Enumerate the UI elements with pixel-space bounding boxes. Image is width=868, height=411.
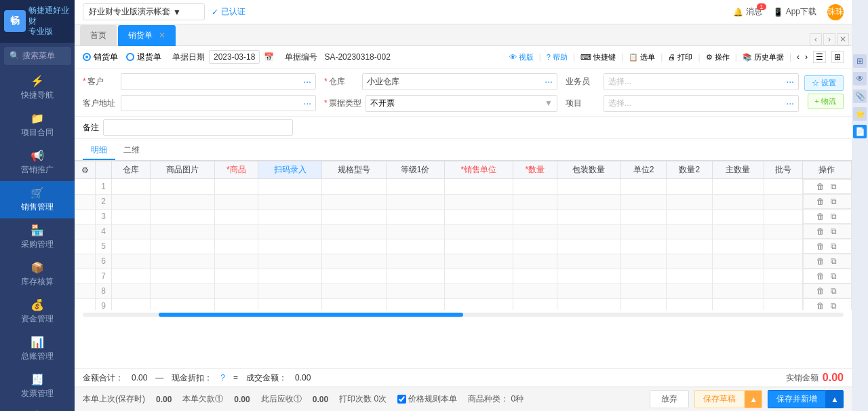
order-type-group: 销货单 退货单 bbox=[83, 52, 161, 63]
row-delete-btn[interactable]: 🗑 bbox=[815, 196, 826, 207]
calendar-icon[interactable]: 📅 bbox=[264, 52, 274, 62]
notifications-btn[interactable]: 🔔 消息 1 bbox=[733, 6, 762, 18]
right-panel-icon-4[interactable]: ⭐ bbox=[853, 107, 867, 121]
radio-return[interactable]: 退货单 bbox=[126, 52, 161, 63]
print-btn[interactable]: 🖨 打印 bbox=[668, 52, 692, 62]
row-delete-btn[interactable]: 🗑 bbox=[815, 241, 826, 252]
tab-mingxi[interactable]: 明细 bbox=[83, 142, 115, 160]
sidebar-item-sales[interactable]: 🛒 销售管理 bbox=[0, 181, 75, 218]
tab-home[interactable]: 首页 bbox=[80, 25, 117, 45]
right-panel-icon-5[interactable]: 📄 bbox=[853, 125, 867, 138]
list-view-btn[interactable]: ⊞ bbox=[831, 51, 844, 63]
row-copy-btn[interactable]: ⧉ bbox=[829, 226, 840, 237]
customer-input[interactable]: ··· bbox=[121, 73, 316, 90]
price-check-box[interactable] bbox=[397, 395, 406, 404]
salesperson-dots-icon[interactable]: ··· bbox=[786, 76, 794, 87]
sidebar-item-tax[interactable]: 🏛 税务管理 bbox=[0, 405, 75, 411]
row-delete-btn[interactable]: 🗑 bbox=[815, 286, 826, 296]
prev-record-btn[interactable]: ‹ bbox=[797, 52, 800, 62]
project-dots-icon[interactable]: ··· bbox=[786, 98, 794, 109]
tab-close-all-btn[interactable]: ✕ bbox=[837, 33, 849, 45]
invoice-select[interactable]: 不开票 ▼ bbox=[366, 95, 557, 112]
row-delete-btn[interactable]: 🗑 bbox=[815, 256, 826, 267]
table-area: 明细 二维 ⚙ 仓库 商品图片 *商品 扫码录 bbox=[75, 139, 852, 368]
row-copy-btn[interactable]: ⧉ bbox=[829, 256, 840, 267]
date-value[interactable]: 2023-03-18 bbox=[209, 50, 260, 64]
save-draft-btn[interactable]: 保存草稿 bbox=[694, 390, 745, 408]
sidebar-item-inventory[interactable]: 📦 库存核算 bbox=[0, 256, 75, 293]
row-copy-btn[interactable]: ⧉ bbox=[829, 196, 840, 207]
view-btn[interactable]: 👁 视版 bbox=[509, 52, 534, 62]
sidebar-item-general[interactable]: 📊 总账管理 bbox=[0, 330, 75, 368]
user-avatar[interactable]: 珠珠 bbox=[827, 4, 844, 20]
sidebar-item-invoices[interactable]: 🧾 发票管理 bbox=[0, 368, 75, 405]
save-new-btn[interactable]: 保存并新增 bbox=[768, 390, 826, 408]
customer-dots-icon[interactable]: ··· bbox=[303, 76, 311, 87]
row-delete-btn[interactable]: 🗑 bbox=[815, 271, 826, 281]
address-input[interactable]: ··· bbox=[121, 95, 316, 111]
right-panel-icon-1[interactable]: ⊞ bbox=[853, 54, 867, 68]
table-row: 7 🗑 ⧉ bbox=[75, 269, 852, 283]
col-goods[interactable]: *商品 bbox=[214, 161, 258, 179]
company-selector[interactable]: 好业财专业版演示帐套 ▼ bbox=[83, 3, 205, 20]
row-copy-btn[interactable]: ⧉ bbox=[829, 300, 840, 310]
certified-badge: ✓ 已认证 bbox=[212, 6, 245, 18]
table-row: 9 🗑 ⧉ bbox=[75, 298, 852, 310]
notes-input[interactable] bbox=[103, 119, 293, 136]
row-num: 8 bbox=[96, 283, 112, 298]
warehouse-dots-icon[interactable]: ··· bbox=[545, 76, 553, 87]
tab-erwei[interactable]: 二维 bbox=[115, 142, 148, 160]
sidebar-item-purchase[interactable]: 🏪 采购管理 bbox=[0, 218, 75, 256]
help-btn[interactable]: ? 帮助 bbox=[547, 52, 568, 62]
warehouse-input[interactable]: 小业仓库 ··· bbox=[362, 73, 557, 90]
table-row: 5 🗑 ⧉ bbox=[75, 239, 852, 254]
right-panel-icon-2[interactable]: 👁 bbox=[853, 72, 867, 85]
sidebar-item-funds[interactable]: 💰 资金管理 bbox=[0, 293, 75, 330]
tab-sales-order[interactable]: 销货单 ✕ bbox=[118, 25, 176, 46]
save-new-arrow-btn[interactable]: ▲ bbox=[826, 390, 844, 408]
radio-sales[interactable]: 销货单 bbox=[83, 52, 118, 63]
sidebar-item-quick-nav[interactable]: ⚡ 快捷导航 bbox=[0, 69, 75, 106]
app-download-btn[interactable]: 📱 App下载 bbox=[773, 6, 816, 18]
row-copy-btn[interactable]: ⧉ bbox=[829, 241, 840, 252]
abandon-btn[interactable]: 放弃 bbox=[650, 390, 689, 408]
table-row: 6 🗑 ⧉ bbox=[75, 254, 852, 269]
save-draft-arrow-btn[interactable]: ▲ bbox=[745, 390, 762, 408]
col-warehouse[interactable]: 仓库 bbox=[112, 161, 151, 179]
col-settings[interactable]: ⚙ bbox=[75, 161, 96, 179]
tab-prev-arrow[interactable]: ‹ bbox=[810, 33, 822, 45]
settings-btn[interactable]: ☆ 设置 bbox=[804, 75, 844, 91]
notification-badge: 1 bbox=[757, 3, 766, 10]
row-copy-btn[interactable]: ⧉ bbox=[829, 211, 840, 222]
right-panel-icon-3[interactable]: 📎 bbox=[853, 90, 867, 103]
tab-close-icon[interactable]: ✕ bbox=[159, 31, 165, 40]
col-qty[interactable]: *数量 bbox=[513, 161, 557, 179]
print-info: 打印次数 0次 bbox=[339, 393, 387, 405]
row-delete-btn[interactable]: 🗑 bbox=[815, 211, 826, 222]
salesperson-input[interactable]: 选择... ··· bbox=[604, 73, 799, 90]
select-btn[interactable]: 📋 选单 bbox=[629, 52, 655, 62]
row-copy-btn[interactable]: ⧉ bbox=[829, 271, 840, 281]
scroll-thumb[interactable] bbox=[159, 313, 463, 317]
ops-btn[interactable]: ⚙ 操作 bbox=[706, 52, 730, 62]
scroll-track[interactable] bbox=[83, 313, 844, 317]
address-dots-icon[interactable]: ··· bbox=[303, 98, 311, 109]
next-record-btn[interactable]: › bbox=[805, 52, 808, 62]
row-copy-btn[interactable]: ⧉ bbox=[829, 181, 840, 192]
tab-next-arrow[interactable]: › bbox=[823, 33, 835, 45]
history-btn[interactable]: 📚 历史单据 bbox=[743, 52, 784, 62]
row-copy-btn[interactable]: ⧉ bbox=[829, 286, 840, 296]
row-delete-btn[interactable]: 🗑 bbox=[815, 226, 826, 237]
sidebar-item-marketing[interactable]: 📢 营销推广 bbox=[0, 144, 75, 181]
col-sales-unit[interactable]: *销售单位 bbox=[444, 161, 513, 179]
logistics-btn[interactable]: + 物流 bbox=[808, 94, 844, 109]
col-import[interactable]: 扫码录入 bbox=[258, 161, 321, 179]
row-delete-btn[interactable]: 🗑 bbox=[815, 181, 826, 192]
search-menu[interactable]: 🔍 搜索菜单 bbox=[4, 47, 71, 65]
project-input[interactable]: 选择... ··· bbox=[604, 95, 799, 112]
shortcut-btn[interactable]: ⌨ 快捷键 bbox=[580, 52, 616, 62]
grid-view-btn[interactable]: ☰ bbox=[813, 51, 826, 63]
row-delete-btn[interactable]: 🗑 bbox=[815, 300, 826, 310]
price-check-label[interactable]: 价格规则本单 bbox=[397, 393, 457, 405]
sidebar-item-project[interactable]: 📁 项目合同 bbox=[0, 106, 75, 144]
